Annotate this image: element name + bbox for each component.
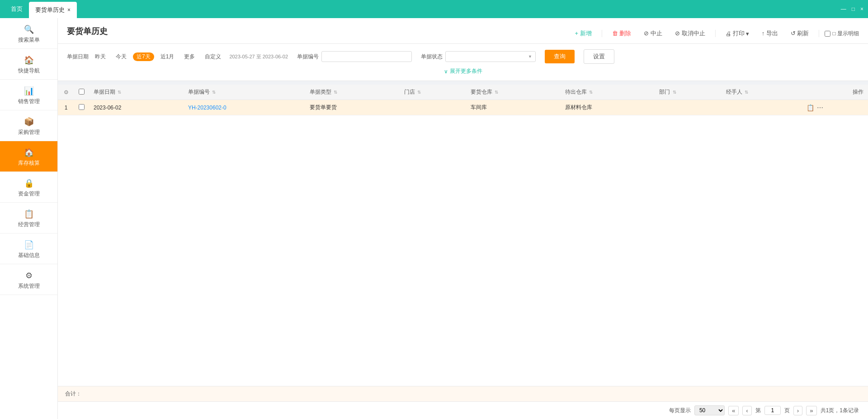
last-page-btn[interactable]: »: [806, 406, 816, 415]
cancel-stop-button[interactable]: ⊘ 取消中止: [670, 27, 710, 40]
purchase-mgmt-icon: 📦: [24, 117, 34, 127]
operations-mgmt-icon: 📋: [24, 209, 34, 219]
th-pending-warehouse-sort-icon[interactable]: ⇅: [589, 90, 593, 95]
export-button[interactable]: ↑ 导出: [757, 27, 783, 40]
sidebar-item-purchase-mgmt[interactable]: 📦 采购管理: [0, 110, 57, 141]
sidebar-item-operations-mgmt[interactable]: 📋 经营管理: [0, 203, 57, 233]
tab-requisition-history-label: 要货单历史: [35, 6, 65, 14]
tab-close-icon[interactable]: ×: [67, 7, 71, 13]
th-date-sort-icon[interactable]: ⇅: [118, 90, 121, 95]
print-button[interactable]: 🖨 打印 ▾: [721, 27, 754, 40]
sales-mgmt-icon: 📊: [24, 86, 34, 96]
row-checkbox[interactable]: [79, 104, 85, 110]
summary-label: 合计：: [65, 390, 81, 398]
sidebar-item-basic-info[interactable]: 📄 基础信息: [0, 233, 57, 264]
expand-more[interactable]: ∨ 展开更多条件: [67, 67, 859, 75]
refresh-button[interactable]: ↺ 刷新: [786, 27, 814, 40]
column-settings-icon[interactable]: ⚙: [64, 89, 69, 95]
docstatus-select-wrapper: [445, 51, 536, 62]
date-pill-1month[interactable]: 近1月: [157, 52, 178, 61]
page-size-select[interactable]: 50 20 100: [694, 405, 725, 415]
th-req-warehouse-label: 要货仓库: [471, 89, 492, 95]
select-all-checkbox[interactable]: [79, 89, 85, 95]
toolbar: + 新增 🗑 删除 ⊘ 中止 ⊘ 取消中止 🖨 打印 ▾ ↑ 导出 ↺ 刷新: [571, 24, 859, 43]
th-checkbox: [74, 85, 89, 100]
action-icons: 📋 ⋯: [807, 104, 863, 111]
sidebar-item-search-menu-label: 搜索菜单: [18, 36, 40, 44]
th-doctype-sort-icon[interactable]: ⇅: [334, 90, 337, 95]
th-dept-sort-icon[interactable]: ⇅: [673, 90, 676, 95]
cell-dept: [655, 100, 721, 115]
sidebar-item-capital-mgmt[interactable]: 🔒 资金管理: [0, 172, 57, 203]
quick-nav-icon: 🏠: [24, 55, 34, 65]
table-footer: 合计：: [58, 386, 868, 401]
th-dept: 部门 ⇅: [655, 85, 721, 100]
prev-page-btn[interactable]: ‹: [742, 406, 751, 415]
table-wrap: ⚙ 单据日期 ⇅ 单据编号 ⇅: [58, 85, 868, 386]
sidebar-item-search-menu[interactable]: 🔍 搜索菜单: [0, 18, 57, 49]
date-pill-7days[interactable]: 近7天: [133, 52, 154, 61]
date-pills: 昨天 今天 近7天 近1月 更多 自定义: [91, 52, 225, 61]
main-layout: 🔍 搜索菜单 🏠 快捷导航 📊 销售管理 📦 采购管理 🏠 库存核算 🔒 资金管…: [0, 18, 868, 419]
th-settings: ⚙: [58, 85, 74, 100]
sidebar-item-capital-mgmt-label: 资金管理: [18, 190, 40, 198]
query-button[interactable]: 查询: [545, 50, 575, 63]
th-dept-label: 部门: [659, 89, 670, 95]
th-pending-warehouse-label: 待出仓库: [565, 89, 587, 95]
date-range-display: 2023-05-27 至 2023-06-02: [229, 53, 288, 60]
table-header-row: ⚙ 单据日期 ⇅ 单据编号 ⇅: [58, 85, 868, 100]
basic-info-icon: 📄: [24, 240, 34, 250]
system-mgmt-icon: ⚙: [25, 271, 33, 281]
row-edit-icon[interactable]: 📋: [807, 104, 814, 111]
tab-requisition-history[interactable]: 要货单历史 ×: [29, 2, 77, 18]
expand-more-label: 展开更多条件: [450, 67, 482, 75]
setting-button[interactable]: 设置: [584, 49, 614, 64]
print-label: 打印: [733, 29, 745, 38]
tab-home[interactable]: 首页: [5, 0, 29, 18]
display-detail-checkbox[interactable]: □ 显示明细: [825, 30, 859, 38]
th-store-sort-icon[interactable]: ⇅: [417, 90, 421, 95]
window-maximize-btn[interactable]: □: [852, 6, 855, 12]
th-handler: 经手人 ⇅: [722, 85, 802, 100]
date-pill-yesterday[interactable]: 昨天: [91, 52, 109, 61]
divider-2: [715, 30, 716, 37]
display-detail-input[interactable]: [825, 31, 830, 37]
cell-doctype: 要货单要货: [305, 100, 400, 115]
window-close-btn[interactable]: ×: [860, 6, 863, 12]
pagination-bar: 每页显示 50 20 100 « ‹ 第 页 › » 共1页，1条记录: [58, 401, 868, 419]
window-minimize-btn[interactable]: —: [841, 6, 846, 12]
date-pill-more[interactable]: 更多: [180, 52, 198, 61]
print-icon: 🖨: [726, 30, 731, 37]
sidebar-item-inventory-label: 库存核算: [18, 159, 40, 167]
date-pill-custom[interactable]: 自定义: [201, 52, 225, 61]
page-label-prefix: 第: [755, 407, 761, 414]
stop-button[interactable]: ⊘ 中止: [639, 27, 667, 40]
date-pill-today[interactable]: 今天: [112, 52, 130, 61]
next-page-btn[interactable]: ›: [793, 406, 802, 415]
page-input[interactable]: [764, 406, 781, 415]
page-label-suffix: 页: [784, 407, 790, 414]
th-pending-warehouse: 待出仓库 ⇅: [561, 85, 655, 100]
delete-button[interactable]: 🗑 删除: [608, 27, 636, 40]
filter-row-1: 单据日期 昨天 今天 近7天 近1月 更多 自定义 2023-05-27 至 2…: [67, 49, 859, 64]
th-store-label: 门店: [404, 89, 415, 95]
th-handler-sort-icon[interactable]: ⇅: [745, 90, 748, 95]
docno-input[interactable]: [321, 51, 412, 62]
docstatus-select[interactable]: [445, 51, 536, 62]
sidebar-item-quick-nav[interactable]: 🏠 快捷导航: [0, 49, 57, 80]
cell-docno-link[interactable]: YH-20230602-0: [188, 105, 226, 111]
inventory-icon: 🏠: [24, 148, 34, 157]
th-doctype: 单据类型 ⇅: [305, 85, 400, 100]
th-docno-sort-icon[interactable]: ⇅: [212, 90, 216, 95]
first-page-btn[interactable]: «: [728, 406, 739, 415]
row-more-icon[interactable]: ⋯: [817, 104, 823, 111]
sidebar-item-sales-mgmt[interactable]: 📊 销售管理: [0, 80, 57, 110]
new-button[interactable]: + 新增: [571, 27, 596, 40]
sidebar-item-system-mgmt[interactable]: ⚙ 系统管理: [0, 264, 57, 295]
sidebar-item-sales-mgmt-label: 销售管理: [18, 98, 40, 105]
th-req-warehouse-sort-icon[interactable]: ⇅: [495, 90, 498, 95]
tab-home-label: 首页: [11, 5, 23, 13]
chevron-down-icon: ∨: [444, 68, 448, 75]
top-bar-right: — □ ×: [841, 6, 863, 12]
sidebar-item-inventory[interactable]: 🏠 库存核算: [0, 141, 57, 172]
